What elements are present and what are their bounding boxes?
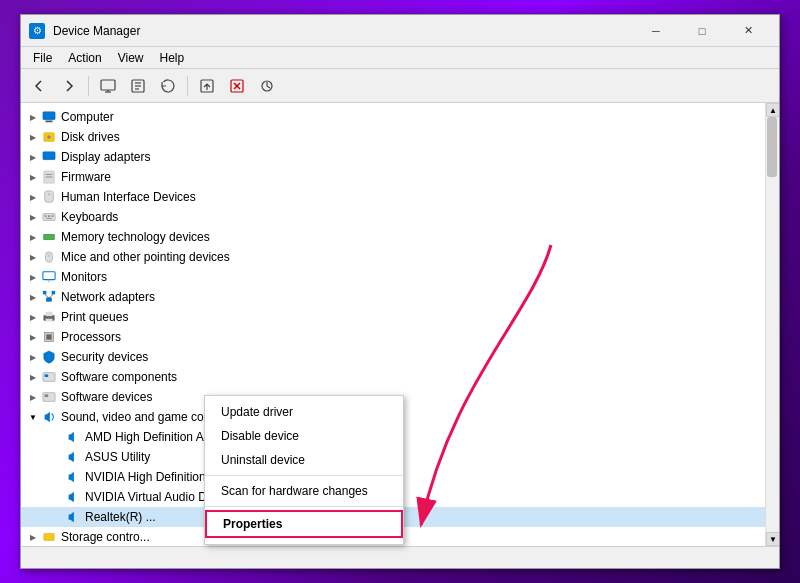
svg-rect-26 <box>46 218 51 219</box>
tree-item-keyboards[interactable]: ▶ Keyboards <box>21 207 765 227</box>
scan-button[interactable] <box>253 72 281 100</box>
toolbar <box>21 69 779 103</box>
scroll-down-button[interactable]: ▼ <box>766 532 779 546</box>
refresh-button[interactable] <box>154 72 182 100</box>
expand-storage[interactable]: ▶ <box>25 529 41 545</box>
mice-icon <box>41 249 57 265</box>
properties-button[interactable] <box>124 72 152 100</box>
tree-item-processors[interactable]: ▶ Processors <box>21 327 765 347</box>
network-label: Network adapters <box>61 290 155 304</box>
expand-nvidia-virtual <box>49 489 65 505</box>
context-update-driver[interactable]: Update driver <box>205 400 403 424</box>
uninstall-button[interactable] <box>223 72 251 100</box>
tree-item-human-interface[interactable]: ▶ Human Interface Devices <box>21 187 765 207</box>
print-icon <box>41 309 57 325</box>
memory-tech-label: Memory technology devices <box>61 230 210 244</box>
nvidia-audio-icon <box>65 469 81 485</box>
tree-item-computer[interactable]: ▶ Computer <box>21 107 765 127</box>
tree-item-memory-tech[interactable]: ▶ Memory technology devices <box>21 227 765 247</box>
computer-label: Computer <box>61 110 114 124</box>
svg-rect-12 <box>43 112 55 120</box>
context-properties[interactable]: Properties <box>205 510 403 538</box>
tree-item-security[interactable]: ▶ Security devices <box>21 347 765 367</box>
memory-icon <box>41 229 57 245</box>
sw-components-label: Software components <box>61 370 177 384</box>
expand-computer[interactable]: ▶ <box>25 109 41 125</box>
svg-rect-41 <box>46 334 51 339</box>
tree-item-display-adapters[interactable]: ▶ Display adapters <box>21 147 765 167</box>
sw-devices-label: Software devices <box>61 390 152 404</box>
expand-monitors[interactable]: ▶ <box>25 269 41 285</box>
forward-button[interactable] <box>55 72 83 100</box>
svg-rect-0 <box>101 80 115 90</box>
context-scan-changes[interactable]: Scan for hardware changes <box>205 479 403 503</box>
back-button[interactable] <box>25 72 53 100</box>
tree-item-disk-drives[interactable]: ▶ Disk drives <box>21 127 765 147</box>
menu-file[interactable]: File <box>25 49 60 67</box>
display-icon <box>41 149 57 165</box>
hid-icon <box>41 189 57 205</box>
expand-security[interactable]: ▶ <box>25 349 41 365</box>
menubar: File Action View Help <box>21 47 779 69</box>
realtek-icon <box>65 509 81 525</box>
menu-action[interactable]: Action <box>60 49 109 67</box>
device-manager-window: ⚙ Device Manager ─ □ ✕ File Action View … <box>20 14 780 569</box>
tree-item-mice[interactable]: ▶ Mice and other pointing devices <box>21 247 765 267</box>
svg-rect-27 <box>44 234 55 239</box>
computer-button[interactable] <box>94 72 122 100</box>
tree-item-software-components[interactable]: ▶ Software components <box>21 367 765 387</box>
monitors-icon <box>41 269 57 285</box>
svg-rect-32 <box>46 298 51 302</box>
expand-print[interactable]: ▶ <box>25 309 41 325</box>
context-sep-1 <box>205 475 403 476</box>
maximize-button[interactable]: □ <box>679 15 725 47</box>
security-icon <box>41 349 57 365</box>
sound-icon <box>41 409 57 425</box>
expand-sound[interactable]: ▼ <box>25 409 41 425</box>
expand-memory[interactable]: ▶ <box>25 229 41 245</box>
nvidia-virtual-icon <box>65 489 81 505</box>
expand-amd <box>49 429 65 445</box>
scroll-up-button[interactable]: ▲ <box>766 103 779 117</box>
scrollbar[interactable]: ▲ ▼ <box>765 103 779 546</box>
minimize-button[interactable]: ─ <box>633 15 679 47</box>
expand-realtek <box>49 509 65 525</box>
tree-item-firmware[interactable]: ▶ Firmware <box>21 167 765 187</box>
svg-rect-38 <box>46 312 53 316</box>
processors-label: Processors <box>61 330 121 344</box>
expand-mice[interactable]: ▶ <box>25 249 41 265</box>
svg-line-36 <box>49 294 53 298</box>
menu-help[interactable]: Help <box>152 49 193 67</box>
tree-item-network[interactable]: ▶ Network adapters <box>21 287 765 307</box>
context-sep-2 <box>205 506 403 507</box>
svg-rect-23 <box>45 215 47 217</box>
tree-item-monitors[interactable]: ▶ Monitors <box>21 267 765 287</box>
expand-disk[interactable]: ▶ <box>25 129 41 145</box>
expand-sw-devices[interactable]: ▶ <box>25 389 41 405</box>
context-disable-device[interactable]: Disable device <box>205 424 403 448</box>
toolbar-sep-2 <box>187 76 188 96</box>
monitors-label: Monitors <box>61 270 107 284</box>
svg-point-15 <box>47 135 51 139</box>
expand-network[interactable]: ▶ <box>25 289 41 305</box>
computer-icon <box>41 109 57 125</box>
menu-view[interactable]: View <box>110 49 152 67</box>
svg-line-35 <box>45 294 49 298</box>
firmware-label: Firmware <box>61 170 111 184</box>
close-button[interactable]: ✕ <box>725 15 771 47</box>
svg-rect-43 <box>45 374 49 377</box>
update-driver-button[interactable] <box>193 72 221 100</box>
svg-rect-39 <box>46 319 53 322</box>
scroll-track <box>766 117 779 532</box>
expand-firmware[interactable]: ▶ <box>25 169 41 185</box>
expand-keyboards[interactable]: ▶ <box>25 209 41 225</box>
scroll-thumb[interactable] <box>767 117 777 177</box>
expand-hid[interactable]: ▶ <box>25 189 41 205</box>
context-uninstall-device[interactable]: Uninstall device <box>205 448 403 472</box>
expand-processors[interactable]: ▶ <box>25 329 41 345</box>
svg-rect-16 <box>43 152 55 160</box>
tree-item-print[interactable]: ▶ Print queues <box>21 307 765 327</box>
expand-sw-components[interactable]: ▶ <box>25 369 41 385</box>
expand-display[interactable]: ▶ <box>25 149 41 165</box>
mice-label: Mice and other pointing devices <box>61 250 230 264</box>
